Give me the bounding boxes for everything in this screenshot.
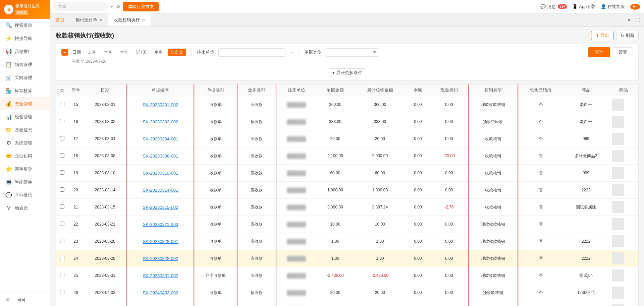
cell-no: 23 <box>68 233 84 250</box>
tabbar-maximize-icon[interactable]: ⛶ <box>635 17 640 23</box>
sidebar-item-corp[interactable]: 🤝 企业协同 <box>0 149 50 163</box>
system-icon: ⚙ <box>5 140 12 146</box>
topbar-gear-icon[interactable]: ⚙ <box>116 3 120 10</box>
filter-last-7-days[interactable]: 近7天 <box>133 49 150 56</box>
sidebar-item-system[interactable]: ⚙ 系统管理 <box>0 136 50 149</box>
sidebar-footer: ⚙ ◀◀ <box>0 293 50 306</box>
sidebar-item-guide[interactable]: 🌟 新手引导 <box>0 163 50 176</box>
cell-counterparty: ██████ <box>276 182 316 199</box>
doc-no-link[interactable]: SK-20230328-002 <box>143 256 178 261</box>
sidebar-item-member[interactable]: V 畅会员 <box>0 202 50 215</box>
data-table: ⚙ 序号 日期 单据编号 单据类型 业务类型 往来单位 单据金额 累计核销金额 … <box>56 84 638 306</box>
filter-more-dates[interactable]: 更多 <box>152 49 166 56</box>
cell-checkbox[interactable] <box>56 216 68 233</box>
collapse-icon[interactable]: ◀◀ <box>17 296 25 303</box>
sidebar-item-operation[interactable]: 📊 经营管理 <box>0 110 50 123</box>
cell-checkbox[interactable] <box>56 147 68 165</box>
col-gear[interactable]: ⚙ <box>56 84 68 96</box>
online-service-button[interactable]: 👤 在线客服 <box>601 4 625 10</box>
receipt-tab-close-icon[interactable]: ✕ <box>142 18 145 22</box>
user-avatar[interactable]: Rit <box>630 4 640 10</box>
expand-icon: ▾ <box>332 70 335 75</box>
sidebar-item-hardware[interactable]: 💻 智能硬件 <box>0 176 50 189</box>
cell-doc-no: SK-20230310-001 <box>127 165 194 182</box>
cell-counterparty: ██████ <box>276 199 316 216</box>
sidebar: 6 畅康通好生意 标推版 🔍 搜索菜单 ⚡ 快捷导航 📢 营销推广 📋 销售管理… <box>0 0 50 306</box>
tab-prepay[interactable]: 预付应付单 ✕ <box>70 13 108 26</box>
filter-this-month[interactable]: 本月 <box>101 49 115 56</box>
doc-no-link[interactable]: SK-20230308-001 <box>143 154 178 159</box>
expand-more-conditions[interactable]: ▾ 展开更多条件 <box>329 68 366 77</box>
doc-no-link[interactable]: SK-20230302-002 <box>143 119 178 124</box>
cell-checkbox[interactable] <box>56 301 68 306</box>
cell-goods2 <box>609 284 638 301</box>
cell-checkbox[interactable] <box>56 250 68 267</box>
cell-goods: 衣服00001 <box>563 301 609 306</box>
cell-checkbox[interactable] <box>56 284 68 301</box>
cell-checkbox[interactable] <box>56 96 68 113</box>
doc-no-link[interactable]: SK-20230315-002 <box>143 205 178 210</box>
sidebar-item-basic[interactable]: 📁 基础信息 <box>0 123 50 136</box>
doc-no-link[interactable]: SK-20240403-002 <box>143 290 178 295</box>
filter-last-month[interactable]: 上月 <box>85 49 99 56</box>
filter-row-1: » 日期 上月 本月 本年 近7天 更多 自定义 往来单位 ··· 单据类型 <box>61 47 633 57</box>
cell-date: 2023-03-08 <box>84 147 127 165</box>
refresh-button[interactable]: ↻ 刷新 <box>616 31 639 40</box>
search-label: 搜索菜单 <box>15 22 32 28</box>
doc-no-link[interactable]: SK-20230328-001 <box>143 239 178 244</box>
filter-custom-date[interactable]: 自定义 <box>168 49 186 56</box>
sidebar-item-purchase[interactable]: 🛒 采购管理 <box>0 71 50 84</box>
filter-counterparty-ellipsis[interactable]: ··· <box>289 50 293 55</box>
sidebar-item-inventory[interactable]: 🏪 库存核算 <box>0 84 50 97</box>
topbar-search[interactable]: 搜索 <box>54 2 108 11</box>
export-button[interactable]: ⬆ 导出 <box>591 31 613 40</box>
topbar-chevron-icon[interactable]: ▾ <box>111 4 113 9</box>
cell-balance: 0.00 <box>406 216 430 233</box>
cell-writeoff-type: 收款核销 <box>468 165 518 182</box>
cell-date: 2023-03-02 <box>84 113 127 130</box>
filter-counterparty-input[interactable] <box>218 48 285 57</box>
sidebar-item-search[interactable]: 🔍 搜索菜单 <box>0 19 50 32</box>
sidebar-item-sales[interactable]: 📋 销售管理 <box>0 58 50 71</box>
doc-no-link[interactable]: SK-20230314-001 <box>143 188 178 193</box>
cell-checkbox[interactable] <box>56 267 68 284</box>
doc-no-link[interactable]: SK-20230321-003 <box>143 222 178 227</box>
doc-no-link[interactable]: SK-20230304-001 <box>143 136 178 141</box>
tabbar-close-icon[interactable]: ✕ <box>627 17 631 23</box>
doc-no-link[interactable]: SK-20230310-001 <box>143 171 178 176</box>
industry-solution-button[interactable]: 体验行业方案 <box>123 2 159 11</box>
app-download-button[interactable]: 📱 App下载 <box>572 4 595 10</box>
cell-goods2 <box>609 199 638 216</box>
cell-balance: 0.00 <box>406 147 430 165</box>
cell-amount: 333.00 <box>316 113 354 130</box>
cell-cumulative: 10.00 <box>354 216 406 233</box>
cell-cumulative: 20.00 <box>354 284 406 301</box>
tab-receipt[interactable]: 收款核销执行 ✕ <box>108 13 151 26</box>
doc-no-link[interactable]: SK-20230301-002 <box>143 102 178 107</box>
filter-expand-left-icon[interactable]: » <box>61 49 68 56</box>
settings-icon[interactable]: ⚙ <box>5 296 10 303</box>
cell-amount: 100.00 <box>316 301 354 306</box>
tab-home[interactable]: 首页 <box>50 13 70 26</box>
message-button[interactable]: 💬 消息 99+ <box>540 4 567 10</box>
cell-checkbox[interactable] <box>56 199 68 216</box>
cell-checkbox[interactable] <box>56 233 68 250</box>
sidebar-item-finance[interactable]: 💰 资金管理 <box>0 97 50 110</box>
filter-this-year[interactable]: 本年 <box>117 49 131 56</box>
cell-settled: 否 <box>518 130 563 147</box>
cell-checkbox[interactable] <box>56 130 68 147</box>
cell-checkbox[interactable] <box>56 113 68 130</box>
sidebar-item-wechat[interactable]: 💬 企业微信 <box>0 189 50 202</box>
doc-no-link[interactable]: SK-20230331-002 <box>143 273 178 278</box>
sidebar-item-marketing[interactable]: 📢 营销推广 <box>0 45 50 58</box>
query-button[interactable]: 查询 <box>588 47 610 57</box>
filter-settings-button[interactable]: 设置 <box>613 47 633 57</box>
sidebar-item-quicknav[interactable]: ⚡ 快捷导航 <box>0 32 50 45</box>
hardware-label: 智能硬件 <box>15 179 32 185</box>
prepay-tab-close-icon[interactable]: ✕ <box>99 18 103 22</box>
cell-checkbox[interactable] <box>56 165 68 182</box>
filter-doc-type-select[interactable] <box>326 48 379 57</box>
online-service-label: 在线客服 <box>607 4 625 10</box>
cell-checkbox[interactable] <box>56 182 68 199</box>
marketing-label: 营销推广 <box>15 49 32 55</box>
